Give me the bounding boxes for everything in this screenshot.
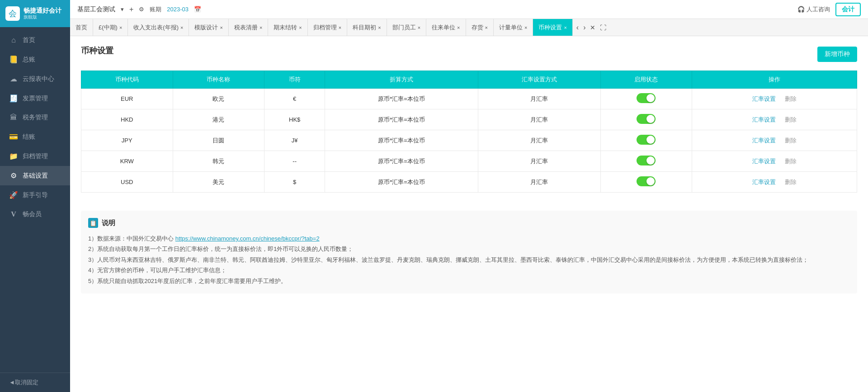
rate-settings-link-2[interactable]: 汇率设置 [752, 137, 776, 144]
sidebar-item-guide[interactable]: 🚀 新手引导 [0, 185, 70, 205]
tab-close-currency[interactable]: × [564, 25, 566, 30]
consult-label: 人工咨询 [807, 5, 830, 14]
tab-template[interactable]: 模版设计 × [189, 19, 228, 36]
table-row: HKD 港元 HK$ 原币*汇率=本位币 月汇率 汇率设置 删除 [81, 109, 857, 130]
cell-code-0: EUR [81, 89, 173, 109]
tab-income[interactable]: 收入支出表(年报) × [128, 19, 189, 36]
tab-taxclear[interactable]: 税表清册 × [229, 19, 268, 36]
notes-title-row: 📋 说明 [88, 218, 850, 228]
notes-item-0: 1）数据来源：中国外汇交易中心 https://www.chinamoney.c… [88, 233, 850, 244]
tab-close-income[interactable]: × [180, 25, 183, 30]
cell-name-1: 港元 [173, 109, 264, 130]
tab-archive[interactable]: 归档管理 × [308, 19, 347, 36]
report-icon: ☁ [9, 75, 18, 83]
tab-label-subject: 科目期初 [353, 24, 376, 32]
app-edition: 旗舰版 [24, 14, 61, 20]
delete-link-4[interactable]: 删除 [785, 179, 797, 185]
cell-name-3: 韩元 [173, 151, 264, 172]
tab-label-income: 收入支出表(年报) [133, 24, 179, 32]
toggle-enabled-2[interactable] [637, 135, 656, 145]
company-dropdown-icon[interactable]: ▾ [121, 6, 124, 13]
sidebar-label-archive: 归档管理 [23, 152, 48, 161]
notes-list: 1）数据来源：中国外汇交易中心 https://www.chinamoney.c… [88, 233, 850, 286]
cell-calc-3: 原币*汇率=本位币 [325, 151, 478, 172]
delete-link-0[interactable]: 删除 [785, 95, 797, 102]
toggle-enabled-4[interactable] [637, 176, 656, 186]
tab-close-archive[interactable]: × [339, 25, 341, 30]
tab-label-yearend: 期末结转 [274, 24, 297, 32]
tab-partner[interactable]: 往来单位 × [426, 19, 466, 36]
sidebar-item-invoice[interactable]: 🧾 发票管理 [0, 89, 70, 108]
close-all-tabs-button[interactable]: ✕ [588, 24, 597, 31]
sidebar-label-member: 畅会员 [23, 210, 42, 218]
toggle-thumb-0 [646, 94, 655, 102]
sidebar-label-home: 首页 [23, 36, 35, 44]
company-settings-icon[interactable]: ⚙ [139, 6, 144, 13]
tab-next-button[interactable]: › [581, 24, 587, 32]
sidebar-item-tax[interactable]: 🏛 税务管理 [0, 108, 70, 127]
sidebar-item-archive[interactable]: 📁 归档管理 [0, 146, 70, 166]
currency-table: 币种代码 币种名称 币符 折算方式 汇率设置方式 启用状态 操作 EUR 欧元 … [81, 71, 857, 193]
calendar-icon[interactable]: 📅 [194, 6, 201, 13]
topbar-right: 🎧 人工咨询 会计 [797, 3, 861, 16]
tab-yearend[interactable]: 期末结转 × [268, 19, 307, 36]
cell-status-2 [600, 130, 692, 151]
sidebar-item-ledger[interactable]: 📒 总账 [0, 50, 70, 69]
tab-prev-button[interactable]: ‹ [575, 24, 580, 32]
sidebar-unpin[interactable]: ◄取消固定 [0, 373, 70, 392]
toggle-enabled-0[interactable] [637, 93, 656, 103]
cell-calc-1: 原币*汇率=本位币 [325, 109, 478, 130]
cell-symbol-2: J¥ [264, 130, 325, 151]
rate-settings-link-0[interactable]: 汇率设置 [752, 95, 776, 102]
rate-settings-link-4[interactable]: 汇率设置 [752, 179, 776, 185]
sidebar-item-report[interactable]: ☁ 云报表中心 [0, 69, 70, 89]
main-area: 基层工会测试 ▾ + ⚙ 账期 2023-03 📅 🎧 人工咨询 会计 首页 £… [70, 0, 868, 392]
tab-close-subject[interactable]: × [378, 25, 381, 30]
toggle-enabled-3[interactable] [637, 156, 656, 165]
tab-label-stock: 存货 [472, 24, 483, 32]
tab-close-taxclear[interactable]: × [259, 25, 262, 30]
tab-close-unit[interactable]: × [524, 25, 527, 30]
tab-dept[interactable]: 部门员工 × [387, 19, 426, 36]
tab-close-stock[interactable]: × [485, 25, 488, 30]
tab-home[interactable]: 首页 [70, 19, 93, 36]
notes-item-4: 5）系统只能自动抓取2021年度后的汇率，之前年度汇率需要用户手工维护。 [88, 276, 850, 286]
unpin-label: ◄取消固定 [9, 378, 38, 387]
add-company-button[interactable]: + [129, 5, 133, 14]
delete-link-1[interactable]: 删除 [785, 116, 797, 123]
delete-link-3[interactable]: 删除 [785, 158, 797, 165]
tab-close-dept[interactable]: × [418, 25, 420, 30]
tab-stock[interactable]: 存货 × [466, 19, 494, 36]
rate-settings-link-1[interactable]: 汇率设置 [752, 116, 776, 123]
tab-balance[interactable]: £(中期) × [93, 19, 128, 36]
tab-close-template[interactable]: × [220, 25, 222, 30]
cell-action-4: 汇率设置 删除 [692, 172, 857, 193]
rate-settings-link-3[interactable]: 汇率设置 [752, 158, 776, 165]
toggle-enabled-1[interactable] [637, 114, 656, 124]
delete-link-2[interactable]: 删除 [785, 137, 797, 144]
sidebar-item-settle[interactable]: 💳 结账 [0, 127, 70, 146]
cell-symbol-0: € [264, 89, 325, 109]
tab-currency[interactable]: 币种设置 × [533, 19, 572, 36]
topbar: 基层工会测试 ▾ + ⚙ 账期 2023-03 📅 🎧 人工咨询 会计 [70, 0, 868, 19]
tab-subject[interactable]: 科目期初 × [347, 19, 387, 36]
sidebar-label-invoice: 发票管理 [23, 94, 48, 103]
notes-link[interactable]: https://www.chinamoney.com.cn/chinese/bk… [175, 235, 320, 242]
cell-calc-4: 原币*汇率=本位币 [325, 172, 478, 193]
new-currency-button[interactable]: 新增币种 [817, 47, 857, 62]
toggle-thumb-1 [646, 115, 655, 123]
col-header-status: 启用状态 [600, 71, 692, 89]
tab-close-yearend[interactable]: × [299, 25, 302, 30]
sidebar-item-home[interactable]: ⌂ 首页 [0, 31, 70, 50]
sidebar-item-settings[interactable]: ⚙ 基础设置 [0, 166, 70, 185]
cell-name-0: 欧元 [173, 89, 264, 109]
tab-unit[interactable]: 计量单位 × [494, 19, 533, 36]
cell-symbol-4: $ [264, 172, 325, 193]
period-value: 2023-03 [167, 6, 189, 13]
account-type-button[interactable]: 会计 [835, 3, 861, 16]
sidebar-item-member[interactable]: V 畅会员 [0, 205, 70, 224]
expand-view-button[interactable]: ⛶ [598, 24, 608, 31]
tab-close-balance[interactable]: × [119, 25, 122, 30]
tab-close-partner[interactable]: × [457, 25, 460, 30]
consult-button[interactable]: 🎧 人工咨询 [797, 5, 830, 14]
